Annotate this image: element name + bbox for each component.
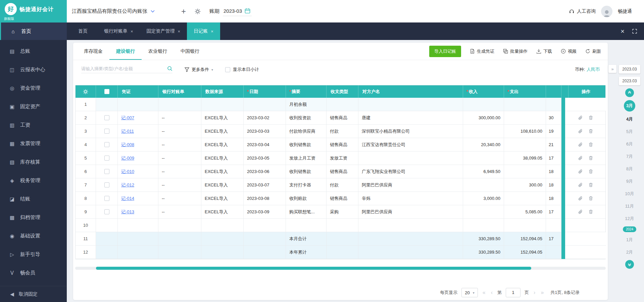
sidebar-item[interactable]: ◈ 税务管理 <box>0 171 67 190</box>
v-scrollbar[interactable] <box>561 165 565 178</box>
checkbox-icon[interactable] <box>104 129 109 134</box>
tab-close-icon[interactable]: × <box>131 29 133 34</box>
nav-tab[interactable]: 日记账 × <box>187 23 220 40</box>
page-number-input[interactable]: 1 <box>506 288 521 297</box>
tab-close-icon[interactable]: × <box>211 29 213 34</box>
v-scrollbar[interactable] <box>561 98 565 111</box>
sidebar-item[interactable]: ◪ 结账 <box>0 190 67 208</box>
row-checkbox[interactable] <box>96 178 118 192</box>
month-item[interactable]: 10月 <box>625 189 634 199</box>
currency-value[interactable]: 人民币 <box>587 67 600 73</box>
month-item[interactable]: 2024 <box>623 226 636 232</box>
company-selector[interactable]: 江西服宝精品有限责任公司内账张 <box>72 0 155 23</box>
search-icon[interactable] <box>167 66 172 71</box>
v-scrollbar[interactable] <box>561 205 565 219</box>
row-checkbox[interactable] <box>96 246 118 259</box>
download-button[interactable]: 下载 <box>536 48 552 54</box>
row-checkbox[interactable] <box>96 232 118 246</box>
month-item[interactable]: 2月 <box>626 248 633 257</box>
delete-icon[interactable] <box>588 142 593 147</box>
first-page-button[interactable]: « <box>482 290 486 296</box>
collapse-panel-button[interactable]: » <box>608 65 616 73</box>
sidebar-item[interactable]: ▣ 固定资产 <box>0 97 67 116</box>
month-item[interactable]: 9月 <box>626 177 633 186</box>
voucher-link[interactable]: 记-007 <box>121 115 134 121</box>
v-scrollbar[interactable] <box>561 178 565 192</box>
attachment-icon[interactable] <box>578 142 583 147</box>
period-chip-end[interactable]: 2023.03 <box>619 77 640 85</box>
month-item[interactable]: 8月 <box>626 164 633 174</box>
checkbox-icon[interactable] <box>225 67 230 72</box>
fullscreen-icon[interactable] <box>632 29 637 34</box>
voucher-link[interactable]: 记-010 <box>121 169 134 175</box>
more-filters-button[interactable]: 更多条件 ▾ <box>185 67 213 73</box>
h-scrollbar-thumb[interactable] <box>96 267 531 270</box>
delete-icon[interactable] <box>588 209 593 214</box>
month-item[interactable]: 7月 <box>626 152 633 161</box>
bank-subtab[interactable]: 建设银行 <box>109 43 142 60</box>
next-page-button[interactable]: › <box>533 290 536 296</box>
voucher-link[interactable]: 记-009 <box>121 155 134 161</box>
search-input[interactable] <box>81 66 164 71</box>
video-button[interactable]: 视频 <box>561 48 577 54</box>
select-all-checkbox[interactable] <box>96 85 118 98</box>
sidebar-item[interactable]: ▷ 新手引导 <box>0 245 67 264</box>
sidebar-item[interactable]: ▥ 工资 <box>0 116 67 134</box>
delete-icon[interactable] <box>588 129 593 134</box>
generate-voucher-button[interactable]: 生成凭证 <box>470 48 494 54</box>
delete-icon[interactable] <box>588 169 593 174</box>
sidebar-item[interactable]: ▤ 总账 <box>0 42 67 60</box>
checkbox-icon[interactable] <box>104 142 109 147</box>
sidebar-item[interactable]: ▧ 库存核算 <box>0 153 67 171</box>
v-scrollbar[interactable] <box>561 111 565 125</box>
month-item[interactable]: 12月 <box>625 214 634 223</box>
sidebar-item[interactable]: ◉ 基础设置 <box>0 227 67 245</box>
row-checkbox[interactable] <box>96 138 118 152</box>
scroll-down-button[interactable] <box>625 260 634 269</box>
daily-subtotal-checkbox[interactable]: 显示本日小计 <box>225 67 259 73</box>
delete-icon[interactable] <box>588 115 593 120</box>
attachment-icon[interactable] <box>578 129 583 134</box>
sidebar-item-home[interactable]: ⌂ 首页 <box>0 23 67 40</box>
add-account-button[interactable]: + <box>181 0 186 23</box>
row-checkbox[interactable] <box>96 111 118 125</box>
attachment-icon[interactable] <box>578 169 583 174</box>
settings-gear-button[interactable] <box>195 0 201 23</box>
checkbox-icon[interactable] <box>104 209 109 214</box>
refresh-button[interactable]: 刷新 <box>585 48 601 54</box>
close-all-tabs-button[interactable]: × <box>621 28 625 35</box>
sidebar-unpin-button[interactable]: ◀ 取消固定 <box>0 286 67 302</box>
row-checkbox[interactable] <box>96 125 118 138</box>
checkbox-icon[interactable] <box>104 169 109 174</box>
month-item[interactable]: 11月 <box>625 202 634 211</box>
nav-tab[interactable]: 首页 <box>71 23 97 40</box>
month-item[interactable]: 1月 <box>626 235 633 245</box>
attachment-icon[interactable] <box>578 115 583 120</box>
prev-page-button[interactable]: ‹ <box>490 290 493 296</box>
sidebar-item[interactable]: Ⅴ 畅会员 <box>0 264 67 282</box>
table-settings-button[interactable] <box>76 85 96 98</box>
month-item[interactable]: 5月 <box>626 127 633 136</box>
voucher-link[interactable]: 记-011 <box>121 128 134 134</box>
v-scrollbar[interactable] <box>561 125 565 138</box>
sidebar-item[interactable]: ◎ 资金管理 <box>0 79 67 97</box>
tab-close-icon[interactable]: × <box>178 29 181 34</box>
last-page-button[interactable]: » <box>540 290 544 296</box>
bank-subtab[interactable]: 农业银行 <box>142 43 174 60</box>
row-checkbox[interactable] <box>96 219 118 232</box>
checkbox-icon[interactable] <box>104 89 109 94</box>
period-chip-start[interactable]: 2023.03 <box>619 65 640 74</box>
checkbox-icon[interactable] <box>104 182 109 187</box>
v-scrollbar[interactable] <box>561 246 565 259</box>
voucher-link[interactable]: 记-013 <box>121 209 134 215</box>
voucher-link[interactable]: 记-008 <box>121 142 134 148</box>
month-item[interactable]: 6月 <box>626 139 633 149</box>
batch-actions-button[interactable]: 批量操作 <box>503 48 528 54</box>
support-button[interactable]: 人工咨询 <box>569 8 596 14</box>
sidebar-item[interactable]: ▦ 发票管理 <box>0 134 67 153</box>
v-scrollbar[interactable] <box>561 232 565 246</box>
nav-tab[interactable]: 固定资产管理 × <box>140 23 187 40</box>
row-checkbox[interactable] <box>96 165 118 178</box>
row-checkbox[interactable] <box>96 205 118 219</box>
sidebar-item[interactable]: ▩ 归档管理 <box>0 208 67 227</box>
